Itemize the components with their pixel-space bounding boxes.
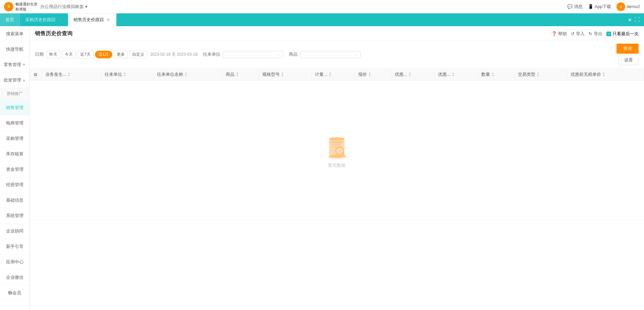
empty-text: 暂无数据 [328,162,345,168]
col-spec[interactable]: 规格型号 ▲▼ [259,69,312,81]
col-price[interactable]: 报价 ▲▼ [355,69,391,81]
app-title[interactable]: 办公用品行业模拟账套 ▾ [40,4,88,10]
page-header: 销售历史价查询 ❓ 帮助 ↺ 导入 ↻ 导出 ✓ [30,26,644,40]
chevron-down-icon: ▼ [22,63,26,66]
tab-bar: 首页 采购历史价跟踪 ✕ 销售历史价跟踪 ✕ ✕ ⛶ [0,13,644,26]
tab-close-sales[interactable]: ✕ [106,17,111,23]
empty-state: 暂无数据 [33,83,641,217]
col-partner-name[interactable]: 往来单位名称 ▲▼ [154,69,222,81]
query-button[interactable]: 查询 [616,44,639,54]
sidebar-item-ecommerce[interactable]: 电商管理 [0,115,29,131]
filter-right-group: 查询 设置 [616,44,639,65]
date-buttons: 昨天 今天 近7天 近1月 更多 自定义 [46,51,147,58]
sidebar-item-search[interactable]: 搜索菜单 [0,26,29,42]
export-btn[interactable]: ↻ 导出 [589,31,602,37]
sort-icon: ▲▼ [537,72,539,77]
col-biz-date[interactable]: 业务发生... ▲▼ [42,69,101,81]
sidebar-item-basic-info[interactable]: 基础信息 [0,193,29,208]
sidebar-item-member[interactable]: 畅会员 [0,285,29,301]
sidebar-item-retail[interactable]: 零售管理 ▼ [0,57,29,72]
sidebar-item-purchase[interactable]: 采购管理 [0,131,29,146]
sidebar-item-system[interactable]: 系统管理 [0,208,29,223]
sidebar: 搜索菜单 快捷导航 零售管理 ▼ 批发管理 ▲ 营销推广 销售管理 电商管理 采… [0,26,30,310]
top-bar-left: 6 畅捷通好生意 标准版 办公用品行业模拟账套 ▾ [4,2,88,11]
page-title: 销售历史价查询 [35,30,72,37]
sort-icon: ▲▼ [368,72,371,77]
export-icon: ↻ [589,31,592,36]
logo-text: 畅捷通好生意 标准版 [15,2,38,11]
product-input[interactable]: ··· [300,51,361,58]
filter-bar: 日期 昨天 今天 近7天 近1月 更多 自定义 2023-02-18 至 202… [30,40,644,69]
product-label: 商品 [289,51,298,57]
tab-bar-end: ✕ ⛶ [628,17,644,23]
sort-icon: ▲▼ [67,72,70,77]
col-quantity[interactable]: 数量 ▲▼ [478,69,515,81]
empty-illustration [322,132,352,162]
logo-icon: 6 [4,2,13,11]
help-icon: ❓ [551,31,557,36]
date-btn-7days[interactable]: 近7天 [77,51,94,58]
main-layout: 搜索菜单 快捷导航 零售管理 ▼ 批发管理 ▲ 营销推广 销售管理 电商管理 采… [0,26,644,310]
sidebar-item-guide[interactable]: 新手引导 [0,239,29,254]
date-filter-group: 日期 昨天 今天 近7天 近1月 更多 自定义 2023-02-18 至 202… [35,51,198,58]
svg-point-7 [329,137,344,141]
date-btn-today[interactable]: 今天 [62,51,76,58]
settings-icon[interactable]: ⚙ [34,72,38,77]
col-discount2[interactable]: 优惠... ▲▼ [435,69,478,81]
user-profile-btn[interactable]: d demo2 [616,2,640,11]
sort-icon: ▲▼ [329,72,331,77]
sort-icon: ▲▼ [602,72,605,77]
tab-home[interactable]: 首页 [0,13,20,26]
only-last-checkbox-group[interactable]: ✓ 只看最后一次 [606,31,639,37]
col-settings[interactable]: ⚙ [30,69,42,81]
data-table: ⚙ 业务发生... ▲▼ 往来单位 [30,69,644,220]
content-area: 销售历史价查询 ❓ 帮助 ↺ 导入 ↻ 导出 ✓ [30,26,644,310]
product-filter-group: 商品 ··· [289,51,361,58]
sidebar-item-finance[interactable]: 资金管理 [0,162,29,177]
date-btn-more[interactable]: 更多 [114,51,128,58]
svg-rect-2 [331,142,343,143]
only-last-checkbox[interactable]: ✓ [606,32,611,36]
sidebar-item-enterprise[interactable]: 企业协同 [0,223,29,239]
sidebar-item-wechat[interactable]: 企业微信 [0,270,29,285]
phone-icon: 📱 [588,4,593,9]
import-btn[interactable]: ↺ 导入 [571,31,585,37]
sidebar-item-operations[interactable]: 经营管理 [0,177,29,193]
settings-button[interactable]: 设置 [619,55,639,65]
date-btn-1month[interactable]: 近1月 [95,51,113,58]
col-discount1[interactable]: 优惠... ▲▼ [391,69,435,81]
import-icon: ↺ [571,31,575,36]
col-product[interactable]: 商品 ▲▼ [222,69,259,81]
app-download-btn[interactable]: 📱 App下载 [588,4,611,10]
message-btn[interactable]: 💬 消息 [567,4,583,10]
col-trade-type[interactable]: 交易类型 ▲▼ [514,69,567,81]
date-btn-custom[interactable]: 自定义 [129,51,147,58]
tab-sales-history[interactable]: 销售历史价跟踪 ✕ [68,13,116,26]
sidebar-item-inventory[interactable]: 库存核算 [0,146,29,162]
product-dots[interactable]: ··· [354,52,358,57]
maximize-btn[interactable]: ⛶ [635,17,640,23]
table-container: ⚙ 业务发生... ▲▼ 往来单位 [30,69,644,310]
close-tab-btn[interactable]: ✕ [628,17,632,23]
sidebar-item-marketing[interactable]: 营销推广 [0,88,29,100]
svg-point-8 [329,155,344,158]
sidebar-item-wholesale[interactable]: 批发管理 ▲ [0,72,29,88]
sort-icon: ▲▼ [491,72,494,77]
help-btn[interactable]: ❓ 帮助 [551,31,567,37]
tab-close-purchase[interactable]: ✕ [58,17,62,23]
col-pre-tax-price[interactable]: 优惠前无税单价 ▲▼ [567,69,644,81]
avatar: d [616,2,625,11]
sidebar-item-sales-mgmt[interactable]: 销售管理 [0,100,29,115]
sort-icon: ▲▼ [452,72,454,77]
col-unit[interactable]: 计量... ▲▼ [312,69,355,81]
table-header-row: ⚙ 业务发生... ▲▼ 往来单位 [30,69,644,81]
sidebar-item-app-center[interactable]: 应用中心 [0,254,29,270]
date-range-text: 2023-02-18 至 2023-03-18 [150,52,197,57]
sidebar-item-quick-nav[interactable]: 快捷导航 [0,42,29,57]
partner-input[interactable]: ··· [223,51,283,58]
tab-purchase-history[interactable]: 采购历史价跟踪 ✕ [20,13,68,26]
col-partner-code[interactable]: 往来单位 ▲▼ [101,69,154,81]
partner-dots[interactable]: ··· [277,52,280,57]
date-btn-yesterday[interactable]: 昨天 [46,51,60,58]
top-bar: 6 畅捷通好生意 标准版 办公用品行业模拟账套 ▾ 💬 消息 📱 App下载 d… [0,0,644,13]
